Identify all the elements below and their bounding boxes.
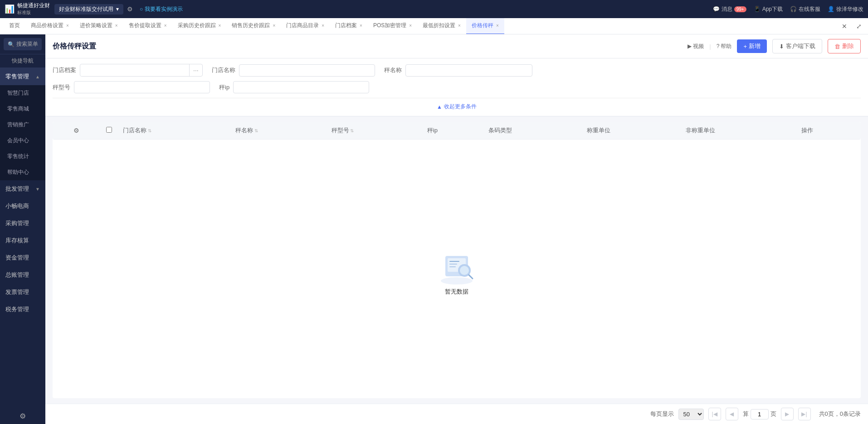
tab-price-scale[interactable]: 价格传秤 ×: [466, 18, 504, 34]
filter-store-file: 门店档案 ···: [53, 64, 203, 77]
scale-name-label: 秤名称: [384, 66, 402, 74]
app-download-btn[interactable]: 📱 App下载: [754, 5, 783, 13]
video-link[interactable]: ▶ 视频: [688, 43, 704, 50]
collapse-btn[interactable]: ▲ 收起更多条件: [437, 103, 477, 111]
ellipsis-icon[interactable]: ···: [189, 64, 202, 76]
tab-close-icon[interactable]: ×: [322, 23, 324, 28]
tab-sale-history[interactable]: 销售历史价跟踪 ×: [226, 18, 281, 34]
next-page-btn[interactable]: ▶: [781, 408, 794, 420]
first-page-btn[interactable]: |◀: [708, 408, 721, 420]
tab-close-icon[interactable]: ×: [273, 23, 275, 28]
app-download-label: App下载: [762, 5, 783, 13]
version-selector[interactable]: 好业财标准版交付试用 ▾: [54, 4, 123, 14]
scale-ip-label: 秤ip: [219, 83, 229, 92]
store-name-input[interactable]: [239, 64, 375, 77]
sidebar-item-wholesale[interactable]: 批发管理 ▼: [0, 180, 45, 198]
tab-purchase-strategy[interactable]: 进价策略设置 ×: [74, 18, 123, 34]
table-settings-icon[interactable]: ⚙: [73, 127, 79, 134]
table-header-scale-name[interactable]: 秤名称: [230, 122, 326, 140]
sidebar-search-btn[interactable]: 🔍 搜索菜单: [4, 38, 42, 50]
sidebar-item-inventory[interactable]: 库存核算: [0, 232, 45, 249]
filter-store-name: 门店名称: [212, 64, 375, 77]
prev-page-btn[interactable]: ◀: [726, 408, 738, 420]
store-name-label: 门店名称: [212, 66, 235, 74]
add-button[interactable]: + 新增: [737, 39, 767, 53]
scale-model-input[interactable]: [74, 81, 210, 93]
message-icon: 💬: [713, 6, 720, 12]
sidebar-item-ecommerce[interactable]: 小畅电商: [0, 198, 45, 215]
sidebar-item-tax[interactable]: 税务管理: [0, 301, 45, 318]
tab-close-icon[interactable]: ×: [458, 23, 461, 28]
table-header-checkbox: [101, 122, 117, 140]
sidebar-item-fund[interactable]: 资金管理: [0, 249, 45, 266]
inventory-label: 库存核算: [5, 236, 29, 245]
tab-close-icon[interactable]: ×: [409, 23, 412, 28]
tab-price-settings[interactable]: 商品价格设置 ×: [25, 18, 74, 34]
sidebar-item-marketing[interactable]: 营销推广: [0, 117, 45, 133]
maximize-window-btn[interactable]: ⤢: [853, 21, 864, 32]
sidebar-quick-nav[interactable]: 快捷导航: [0, 54, 45, 68]
sidebar-item-retail-stats[interactable]: 零售统计: [0, 149, 45, 164]
help-link[interactable]: ? 帮助: [717, 43, 732, 50]
version-label: 好业财标准版交付试用: [59, 5, 113, 13]
tab-close-icon[interactable]: ×: [66, 23, 69, 28]
message-btn[interactable]: 💬 消息 99+: [713, 5, 746, 13]
tab-pos-management[interactable]: POS加密管理 ×: [368, 18, 417, 34]
divider: |: [709, 43, 711, 50]
tab-close-icon[interactable]: ×: [219, 23, 221, 28]
sidebar-item-help[interactable]: 帮助中心: [0, 164, 45, 180]
filter-scale-ip: 秤ip: [219, 81, 369, 93]
sidebar-item-smart-store[interactable]: 智慧门店: [0, 85, 45, 101]
chevron-down-icon: ▼: [35, 187, 40, 192]
tab-close-icon[interactable]: ×: [164, 23, 167, 28]
logo-sub: 标准版: [17, 10, 50, 16]
tab-pos-management-label: POS加密管理: [373, 22, 406, 29]
sidebar-item-retail[interactable]: 零售管理 ▲: [0, 68, 45, 85]
store-file-input-wrapper: ···: [80, 64, 203, 77]
tab-sale-extract[interactable]: 售价提取设置 ×: [123, 18, 172, 34]
sidebar-item-member[interactable]: 会员中心: [0, 133, 45, 149]
tab-close-icon[interactable]: ×: [115, 23, 118, 28]
logo-area: 📊 畅捷通好业财 标准版: [5, 2, 50, 16]
select-all-checkbox[interactable]: [106, 127, 112, 133]
tab-close-icon[interactable]: ×: [496, 23, 499, 28]
online-service-btn[interactable]: 🎧 在线客服: [790, 5, 820, 13]
logo-icon: 📊: [5, 4, 15, 14]
sidebar-item-general[interactable]: 总账管理: [0, 266, 45, 284]
video-label: 视频: [693, 43, 704, 50]
tab-close-icon[interactable]: ×: [360, 23, 362, 28]
demo-link[interactable]: ○ 我要看实例演示: [140, 5, 183, 13]
table-header-scale-model[interactable]: 秤型号: [326, 122, 422, 140]
chevron-up-icon: ▲: [437, 104, 442, 110]
user-btn[interactable]: 👤 徐泽华修改: [828, 5, 863, 13]
empty-state: 暂无数据: [53, 140, 861, 398]
tab-home[interactable]: 首页: [4, 18, 25, 34]
tab-store-file[interactable]: 门店档案 ×: [330, 18, 368, 34]
tab-purchase-history[interactable]: 采购历史价跟踪 ×: [172, 18, 227, 34]
sidebar-item-invoice[interactable]: 发票管理: [0, 284, 45, 301]
empty-illustration: [434, 242, 479, 288]
page-size-select[interactable]: 10 20 50 100: [678, 409, 704, 420]
close-window-btn[interactable]: ✕: [839, 21, 850, 32]
sidebar-item-purchase[interactable]: 采购管理: [0, 215, 45, 232]
store-file-label: 门店档案: [53, 66, 76, 74]
headset-icon: 🎧: [790, 6, 797, 12]
last-page-btn[interactable]: ▶|: [798, 408, 811, 420]
table-header-store-name[interactable]: 门店名称: [117, 122, 230, 140]
scale-name-input[interactable]: [405, 64, 532, 77]
sidebar-settings-btn[interactable]: ⚙: [20, 412, 26, 420]
scale-ip-input[interactable]: [233, 81, 369, 93]
delete-button[interactable]: 🗑 删除: [828, 39, 861, 53]
empty-text: 暂无数据: [445, 288, 468, 296]
store-file-input[interactable]: [80, 65, 189, 76]
filter-scale-model: 秤型号: [53, 81, 210, 93]
pagination-bar: 每页显示 10 20 50 100 |◀ ◀ 算 页 ▶ ▶| 共0页，0条记录: [45, 404, 868, 424]
page-input[interactable]: [751, 409, 769, 419]
page-title: 价格传秤设置: [53, 42, 96, 51]
sidebar-item-retail-mall[interactable]: 零售商城: [0, 101, 45, 117]
tab-min-discount[interactable]: 最低折扣设置 ×: [417, 18, 466, 34]
settings-icon[interactable]: ⚙: [127, 5, 133, 13]
tab-store-catalog[interactable]: 门店商品目录 ×: [281, 18, 330, 34]
download-button[interactable]: ⬇ 客户端下载: [772, 39, 822, 53]
sidebar-search: 🔍 搜索菜单: [0, 34, 45, 54]
